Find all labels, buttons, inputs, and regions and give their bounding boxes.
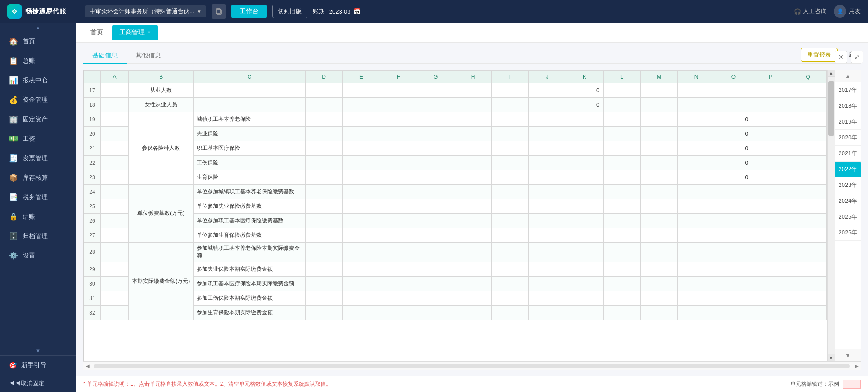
cell-o[interactable] [715, 83, 752, 98]
cell-q[interactable] [789, 306, 827, 320]
cell-p[interactable] [752, 228, 789, 243]
cell-e[interactable] [343, 112, 380, 127]
cell-o[interactable]: 0 [715, 156, 752, 170]
cell-h[interactable] [454, 228, 491, 243]
cell-i[interactable] [491, 98, 528, 112]
cell-c[interactable]: 职工基本医疗保险 [193, 141, 305, 156]
cell-j[interactable] [529, 185, 566, 199]
cell-e[interactable] [343, 156, 380, 170]
year-item[interactable]: 2017年 [835, 82, 861, 98]
cell-j[interactable] [529, 306, 566, 320]
cell-d[interactable] [305, 98, 342, 112]
cell-k[interactable] [566, 291, 603, 306]
cell-q[interactable] [789, 243, 827, 262]
cell-g[interactable] [417, 243, 454, 262]
cell-h[interactable] [454, 141, 491, 156]
cell-i[interactable] [491, 156, 528, 170]
cell-q[interactable] [789, 141, 827, 156]
reset-report-button[interactable]: 重置报表 [801, 48, 838, 62]
cell-c[interactable]: 参加城镇职工基本养老保险本期实际缴费金额 [193, 243, 305, 262]
cell-l[interactable] [603, 199, 640, 214]
cell-m[interactable] [641, 112, 678, 127]
cell-g[interactable] [417, 83, 454, 98]
cell-a[interactable] [101, 262, 129, 277]
cell-j[interactable] [529, 262, 566, 277]
cell-m[interactable] [641, 277, 678, 291]
cell-h[interactable] [454, 170, 491, 185]
cell-i[interactable] [491, 185, 528, 199]
cell-j[interactable] [529, 214, 566, 228]
cell-n[interactable] [678, 170, 715, 185]
cell-q[interactable] [789, 214, 827, 228]
cell-k[interactable] [566, 170, 603, 185]
cell-f[interactable] [380, 277, 417, 291]
cell-f[interactable] [380, 98, 417, 112]
cell-o[interactable] [715, 306, 752, 320]
table-row[interactable]: 22工伤保险0 [84, 156, 827, 170]
tab-close-icon[interactable]: × [147, 29, 151, 36]
cell-a[interactable] [101, 185, 129, 199]
window-expand-button[interactable]: ⤢ [851, 51, 863, 63]
cell-q[interactable] [789, 277, 827, 291]
cell-m[interactable] [641, 262, 678, 277]
table-row[interactable]: 17从业人数0 [84, 83, 827, 98]
cell-i[interactable] [491, 214, 528, 228]
cell-d[interactable] [305, 277, 342, 291]
cell-q[interactable] [789, 228, 827, 243]
cell-q[interactable] [789, 262, 827, 277]
cell-e[interactable] [343, 141, 380, 156]
cell-d[interactable] [305, 83, 342, 98]
copy-button[interactable] [212, 4, 226, 19]
year-item[interactable]: 2020年 [835, 130, 861, 146]
table-row[interactable]: 26单位参加职工基本医疗保险缴费基数 [84, 214, 827, 228]
cell-m[interactable] [641, 127, 678, 141]
cell-p[interactable] [752, 98, 789, 112]
vertical-scrollbar[interactable]: ▲ ▼ [827, 70, 835, 361]
cell-a[interactable] [101, 112, 129, 127]
cell-k[interactable] [566, 141, 603, 156]
cell-e[interactable] [343, 199, 380, 214]
table-row[interactable]: 23生育保险0 [84, 170, 827, 185]
cell-n[interactable] [678, 214, 715, 228]
cell-o[interactable] [715, 185, 752, 199]
cell-k[interactable] [566, 185, 603, 199]
cell-f[interactable] [380, 214, 417, 228]
cell-j[interactable] [529, 112, 566, 127]
cell-o[interactable]: 0 [715, 127, 752, 141]
cell-l[interactable] [603, 228, 640, 243]
table-row[interactable]: 24单位缴费基数(万元)单位参加城镇职工基本养老保险缴费基数 [84, 185, 827, 199]
sidebar-scroll-down[interactable]: ▼ [0, 346, 76, 355]
spreadsheet[interactable]: A B C D E F G H I J K L M [83, 70, 827, 361]
cell-f[interactable] [380, 199, 417, 214]
cell-h[interactable] [454, 83, 491, 98]
cell-o[interactable] [715, 291, 752, 306]
cell-a[interactable] [101, 170, 129, 185]
cell-l[interactable] [603, 112, 640, 127]
cell-k[interactable] [566, 214, 603, 228]
cell-q[interactable] [789, 199, 827, 214]
cell-j[interactable] [529, 277, 566, 291]
cell-d[interactable] [305, 214, 342, 228]
cell-n[interactable] [678, 277, 715, 291]
cell-n[interactable] [678, 291, 715, 306]
tab-home[interactable]: 首页 [83, 25, 110, 40]
cell-e[interactable] [343, 98, 380, 112]
cell-i[interactable] [491, 141, 528, 156]
cell-n[interactable] [678, 262, 715, 277]
sidebar-item-archive[interactable]: 🗄️ 归档管理 [0, 226, 76, 246]
table-row[interactable]: 31参加工伤保险本期实际缴费金额 [84, 291, 827, 306]
cell-c[interactable]: 参加生育保险本期实际缴费金额 [193, 306, 305, 320]
sidebar-item-invoices[interactable]: 🧾 发票管理 [0, 148, 76, 168]
cell-g[interactable] [417, 291, 454, 306]
cell-o[interactable] [715, 214, 752, 228]
cell-j[interactable] [529, 141, 566, 156]
tab-commerce[interactable]: 工商管理 × [112, 25, 158, 40]
cell-d[interactable] [305, 291, 342, 306]
year-item[interactable]: 2021年 [835, 146, 861, 162]
calendar-icon[interactable]: 📅 [353, 8, 361, 15]
cell-j[interactable] [529, 127, 566, 141]
cell-h[interactable] [454, 243, 491, 262]
cell-p[interactable] [752, 83, 789, 98]
cell-d[interactable] [305, 243, 342, 262]
cell-e[interactable] [343, 306, 380, 320]
